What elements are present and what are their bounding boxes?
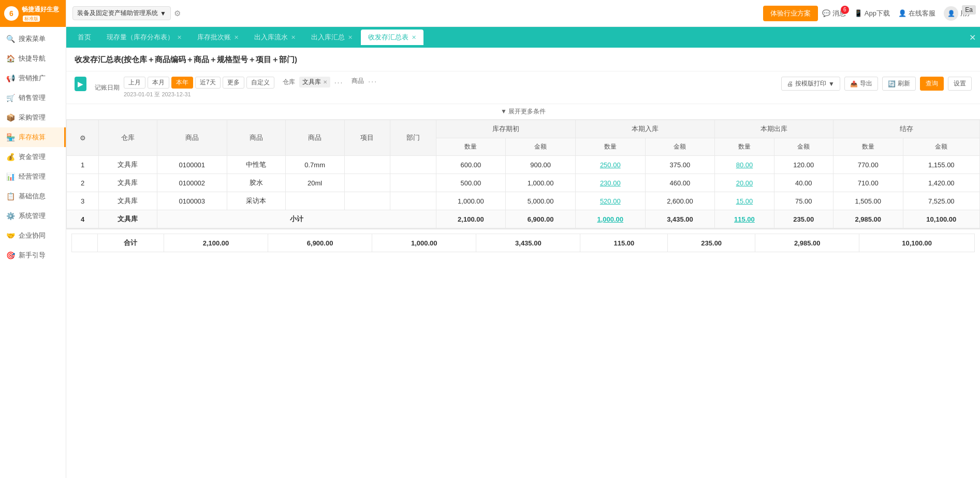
out-qty-link[interactable]: 80.00 <box>736 161 753 169</box>
refresh-icon: 🔄 <box>888 80 896 88</box>
sidebar-item-sales[interactable]: 🛒 销售管理 <box>0 88 66 108</box>
date-btn-more[interactable]: 更多 <box>223 77 244 89</box>
query-button[interactable]: 查询 <box>920 77 944 91</box>
warehouse-filter-label: 仓库 <box>283 78 295 86</box>
tab-stock-dist[interactable]: 现存量（库存分布表） ✕ <box>99 30 189 45</box>
sidebar-item-finance[interactable]: 💰 资金管理 <box>0 147 66 167</box>
purchase-icon: 📦 <box>6 113 14 122</box>
logo-badge: 标准版 <box>23 16 40 22</box>
print-button[interactable]: 🖨 按模版打印 ▼ <box>781 77 840 91</box>
sidebar-item-system[interactable]: ⚙️ 系统管理 <box>0 206 66 226</box>
system-selector[interactable]: 装备及固定资产辅助管理系统 ▼ <box>72 6 171 20</box>
close-all-tabs[interactable]: ✕ <box>969 33 976 42</box>
date-btn-custom[interactable]: 自定义 <box>246 77 274 89</box>
cell-out-qty[interactable]: 80.00 <box>715 156 774 174</box>
cell-open-qty: 600.00 <box>436 156 506 174</box>
trial-button[interactable]: 体验行业方案 <box>763 6 818 21</box>
th-name: 商品 <box>227 120 285 156</box>
in-qty-link[interactable]: 230.00 <box>600 179 621 187</box>
tab-inout-summary-close[interactable]: ✕ <box>348 34 353 41</box>
date-btn-this-month[interactable]: 本月 <box>148 77 169 89</box>
message-action[interactable]: 💬 消息 6 <box>822 9 846 18</box>
sidebar-item-quicknav[interactable]: 🏠 快捷导航 <box>0 49 66 68</box>
warehouse-more-btn[interactable]: ··· <box>334 78 344 86</box>
goods-more-btn[interactable]: ··· <box>368 77 377 85</box>
sidebar-item-purchase[interactable]: 📦 采购管理 <box>0 108 66 127</box>
cell-dept <box>390 192 436 210</box>
sidebar-item-enterprise[interactable]: 🤝 企业协同 <box>0 226 66 245</box>
th-settings[interactable]: ⚙ <box>67 120 99 156</box>
cell-in-qty[interactable]: 520.00 <box>575 192 645 210</box>
cell-dept <box>390 156 436 174</box>
tab-recv-send-close[interactable]: ✕ <box>412 34 416 41</box>
tab-stock-dist-close[interactable]: ✕ <box>177 34 182 41</box>
in-qty-link[interactable]: 250.00 <box>600 161 621 169</box>
cell-code: 0100001 <box>157 156 227 174</box>
cell-seq: 2 <box>67 174 99 192</box>
sidebar-item-label: 采购管理 <box>19 113 46 122</box>
sidebar-item-search[interactable]: 🔍 搜索菜单 <box>0 29 66 49</box>
cell-out-qty[interactable]: 15.00 <box>715 192 774 210</box>
out-qty-link[interactable]: 15.00 <box>736 197 753 205</box>
online-service-action[interactable]: 👤 在线客服 <box>898 9 935 18</box>
sidebar-item-guide[interactable]: 🎯 新手引导 <box>0 245 66 265</box>
refresh-button[interactable]: 🔄 刷新 <box>882 77 916 91</box>
date-filter-section: 记账日期 上月 本月 本年 近7天 更多 自定义 2023-01-01 至 20… <box>95 77 274 98</box>
tab-batch-ledger-close[interactable]: ✕ <box>234 34 239 41</box>
tab-home[interactable]: 首页 <box>70 30 98 45</box>
app-download-action[interactable]: 📱 App下载 <box>854 9 890 18</box>
cell-in-qty[interactable]: 250.00 <box>575 156 645 174</box>
sidebar-item-inventory[interactable]: 🏪 库存核算 <box>0 127 66 147</box>
sidebar-item-label: 新手引导 <box>19 251 46 260</box>
settings-button[interactable]: 设置 <box>948 77 972 91</box>
tab-recv-send[interactable]: 收发存汇总表 ✕ <box>361 30 423 45</box>
data-table: ⚙ 仓库 商品 商品 商品 项目 部门 库存期初 本期入库 本期出库 结存 <box>66 120 980 228</box>
tab-inout-summary[interactable]: 出入库汇总 ✕ <box>304 30 360 45</box>
tab-batch-ledger[interactable]: 库存批次账 ✕ <box>190 30 246 45</box>
logo-icon: 6 <box>4 6 19 21</box>
cell-dept <box>390 174 436 192</box>
base-icon: 📋 <box>6 192 14 200</box>
footer-close-qty: 2,985.00 <box>755 234 859 252</box>
settings-label: 设置 <box>954 79 966 88</box>
date-btn-last-month[interactable]: 上月 <box>124 77 145 89</box>
cell-open-amt: 1,000.00 <box>506 174 576 192</box>
table-row: 1 文具库 0100001 中性笔 0.7mm 600.00 900.00 25… <box>67 156 980 174</box>
tab-inout-flow[interactable]: 出入库流水 ✕ <box>247 30 303 45</box>
sidebar-logo: 6 畅捷通好生意 标准版 <box>0 0 66 27</box>
cell-name: 中性笔 <box>227 156 285 174</box>
sidebar-item-label: 经营管理 <box>19 172 46 181</box>
subtotal-warehouse: 文具库 <box>99 210 157 228</box>
operations-icon: 📊 <box>6 172 14 181</box>
print-label: 按模版打印 <box>795 79 826 88</box>
export-button[interactable]: 📤 导出 <box>844 77 878 91</box>
subtotal-in-qty-link[interactable]: 1,000.00 <box>597 215 623 223</box>
cell-in-amt: 460.00 <box>645 174 715 192</box>
expand-filters-button[interactable]: ▼ 展开更多条件 <box>501 107 546 116</box>
th-out-qty: 数量 <box>715 138 774 156</box>
settings-gear-icon[interactable]: ⚙ <box>174 9 181 18</box>
subtotal-in-amt: 3,435.00 <box>645 210 715 228</box>
sidebar-item-marketing[interactable]: 📢 营销推广 <box>0 68 66 88</box>
filter-toggle-button[interactable]: ▶ <box>75 77 86 91</box>
sidebar-item-base[interactable]: 📋 基础信息 <box>0 186 66 206</box>
tab-inout-flow-close[interactable]: ✕ <box>291 34 296 41</box>
cell-in-qty[interactable]: 230.00 <box>575 174 645 192</box>
cell-name: 采访本 <box>227 192 285 210</box>
warehouse-tag-remove[interactable]: ✕ <box>323 79 327 85</box>
main-area: 装备及固定资产辅助管理系统 ▼ ⚙ 体验行业方案 💬 消息 6 📱 App下载 … <box>66 0 980 478</box>
date-btn-7days[interactable]: 近7天 <box>195 77 221 89</box>
cell-out-qty[interactable]: 20.00 <box>715 174 774 192</box>
subtotal-out-qty-link[interactable]: 115.00 <box>734 215 755 223</box>
cell-warehouse: 文具库 <box>99 174 157 192</box>
th-close-amt: 金额 <box>903 138 979 156</box>
enterprise-icon: 🤝 <box>6 231 14 240</box>
sidebar-item-operations[interactable]: 📊 经营管理 <box>0 167 66 186</box>
out-qty-link[interactable]: 20.00 <box>736 179 753 187</box>
date-btn-this-year[interactable]: 本年 <box>171 77 193 89</box>
print-dropdown-icon: ▼ <box>828 80 835 88</box>
in-qty-link[interactable]: 520.00 <box>600 197 621 205</box>
subtotal-in-qty: 1,000.00 <box>575 210 645 228</box>
subtotal-close-amt: 10,100.00 <box>903 210 979 228</box>
sidebar-item-label: 库存核算 <box>19 133 46 142</box>
